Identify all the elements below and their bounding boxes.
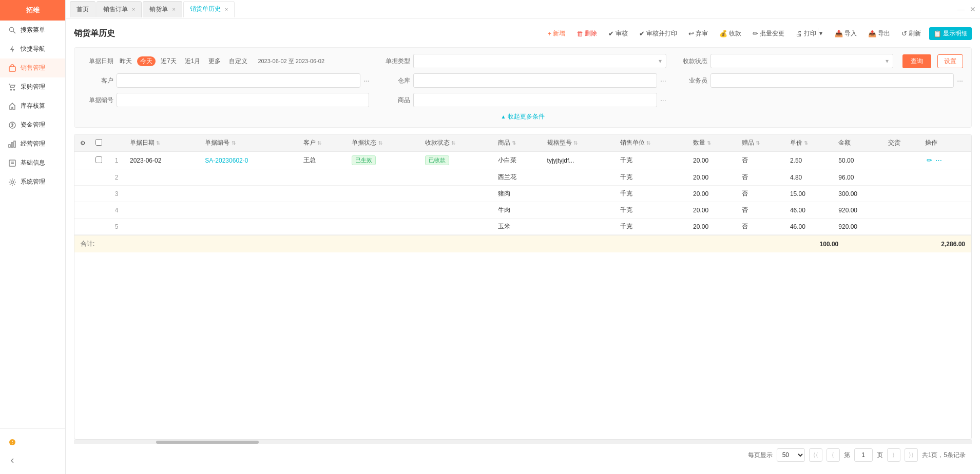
warehouse-picker[interactable]: ··· bbox=[660, 76, 666, 85]
collect-button[interactable]: 💰 收款 bbox=[716, 28, 744, 40]
col-quantity[interactable]: 数量 ⇅ bbox=[690, 134, 738, 152]
col-pay-status[interactable]: 收款状态 ⇅ bbox=[422, 134, 495, 152]
first-page-button[interactable]: ⟨⟨ bbox=[809, 448, 822, 462]
col-gift[interactable]: 赠品 ⇅ bbox=[739, 134, 787, 152]
show-detail-button[interactable]: 📋 显示明细 bbox=[929, 27, 972, 40]
sidebar-item-sales-mgmt[interactable]: 销售管理 bbox=[0, 58, 65, 77]
sidebar-item-operations[interactable]: 经营管理 bbox=[0, 134, 65, 153]
row-checkbox[interactable] bbox=[91, 219, 106, 235]
customer-input[interactable] bbox=[117, 73, 360, 88]
next-page-button[interactable]: ⟩ bbox=[887, 448, 900, 462]
warehouse-input[interactable] bbox=[413, 73, 657, 88]
row-checkbox[interactable] bbox=[91, 169, 106, 186]
review-button[interactable]: ✔ 审核 bbox=[605, 28, 631, 40]
row-checkbox[interactable] bbox=[91, 202, 106, 219]
tab-home[interactable]: 首页 bbox=[70, 1, 95, 17]
shortcut-more[interactable]: 更多 bbox=[205, 56, 224, 66]
product-input[interactable] bbox=[413, 93, 657, 107]
col-gear[interactable]: ⚙ bbox=[74, 134, 91, 152]
sidebar-item-label: 快捷导航 bbox=[21, 45, 45, 53]
svg-marker-2 bbox=[10, 46, 14, 53]
per-page-select[interactable]: 50 100 200 bbox=[777, 448, 805, 462]
shortcut-yesterday[interactable]: 昨天 bbox=[117, 56, 135, 66]
doc-num-input[interactable] bbox=[117, 93, 369, 107]
table-row: 5玉米千克20.00否46.00920.00 bbox=[74, 219, 971, 235]
row-doc-num[interactable]: SA-20230602-0 bbox=[202, 152, 300, 169]
col-product[interactable]: 商品 ⇅ bbox=[495, 134, 544, 152]
last-page-button[interactable]: ⟩⟩ bbox=[905, 448, 918, 462]
customer-picker[interactable]: ··· bbox=[363, 76, 370, 85]
tab-sales-delivery[interactable]: 销货单 × bbox=[143, 1, 182, 17]
col-sales-unit[interactable]: 销售单位 ⇅ bbox=[617, 134, 690, 152]
col-unit-price[interactable]: 单价 ⇅ bbox=[787, 134, 835, 152]
more-action-btn[interactable]: ⋯ bbox=[934, 156, 944, 164]
sidebar-item-label: 基础信息 bbox=[21, 159, 45, 167]
batch-change-button[interactable]: ✏ 批量变更 bbox=[750, 28, 787, 40]
shortcut-1month[interactable]: 近1月 bbox=[182, 56, 204, 66]
prev-page-button[interactable]: ⟨ bbox=[827, 448, 840, 462]
sidebar-item-purchase-mgmt[interactable]: 采购管理 bbox=[0, 77, 65, 96]
row-doc-status bbox=[349, 202, 421, 219]
tab-close-sales-history[interactable]: × bbox=[225, 6, 228, 12]
row-doc-num[interactable] bbox=[202, 186, 300, 202]
col-spec[interactable]: 规格型号 ⇅ bbox=[544, 134, 617, 152]
delete-button[interactable]: 🗑 删除 bbox=[573, 28, 600, 40]
select-all-checkbox[interactable] bbox=[95, 139, 102, 146]
salesperson-input[interactable] bbox=[710, 73, 954, 88]
tab-close-sales-delivery[interactable]: × bbox=[172, 6, 175, 12]
col-doc-num[interactable]: 单据编号 ⇅ bbox=[202, 134, 300, 152]
horizontal-scrollbar[interactable] bbox=[74, 440, 972, 444]
review-print-button[interactable]: ✔ 审核并打印 bbox=[636, 28, 680, 40]
tab-close-sales-order[interactable]: × bbox=[132, 6, 135, 12]
edit-action-btn[interactable]: ✏ bbox=[925, 156, 934, 164]
sidebar-item-label: 资金管理 bbox=[21, 121, 45, 129]
tab-sales-order[interactable]: 销售订单 × bbox=[97, 1, 142, 17]
sidebar-item-inventory[interactable]: 库存核算 bbox=[0, 96, 65, 115]
tab-sales-history[interactable]: 销货单历史 × bbox=[183, 1, 235, 17]
row-doc-num[interactable] bbox=[202, 202, 300, 219]
sidebar-item-quick-nav[interactable]: 快捷导航 bbox=[0, 40, 65, 58]
row-doc-num[interactable] bbox=[202, 219, 300, 235]
type-select[interactable]: ▾ bbox=[413, 54, 666, 68]
salesperson-picker[interactable]: ··· bbox=[957, 76, 963, 85]
print-button[interactable]: 🖨 打印 ▾ bbox=[793, 27, 827, 40]
sidebar-item-finance[interactable]: 资金管理 bbox=[0, 115, 65, 134]
abandon-button[interactable]: ↩ 弃审 bbox=[685, 28, 711, 40]
row-checkbox[interactable] bbox=[91, 152, 106, 169]
shortcut-today[interactable]: 今天 bbox=[137, 56, 156, 66]
col-customer[interactable]: 客户 ⇅ bbox=[300, 134, 349, 152]
sidebar-bottom-collapse[interactable] bbox=[0, 451, 65, 470]
shortcut-7days[interactable]: 近7天 bbox=[158, 56, 180, 66]
payment-select[interactable]: ▾ bbox=[710, 54, 893, 68]
row-spec bbox=[544, 219, 617, 235]
print-arrow-icon[interactable]: ▾ bbox=[818, 28, 823, 38]
svg-point-4 bbox=[11, 89, 12, 90]
row-gear bbox=[74, 169, 91, 186]
shortcut-custom[interactable]: 自定义 bbox=[226, 56, 251, 66]
col-doc-status[interactable]: 单据状态 ⇅ bbox=[349, 134, 421, 152]
row-customer bbox=[300, 219, 349, 235]
product-picker[interactable]: ··· bbox=[660, 96, 666, 104]
sidebar-item-sys-mgmt[interactable]: 系统管理 bbox=[0, 172, 65, 191]
footer-total-amount: 2,286.00 bbox=[941, 241, 965, 248]
refresh-button[interactable]: ↺ 刷新 bbox=[898, 28, 924, 40]
import-button[interactable]: 📥 导入 bbox=[832, 28, 860, 40]
col-date[interactable]: 单据日期 ⇅ bbox=[127, 134, 202, 152]
page-number-input[interactable] bbox=[854, 448, 873, 462]
sidebar-item-base-info[interactable]: 基础信息 bbox=[0, 153, 65, 172]
sidebar-bottom-settings[interactable] bbox=[0, 433, 65, 451]
new-button[interactable]: + 新增 bbox=[544, 28, 568, 40]
setting-button[interactable]: 设置 bbox=[937, 54, 963, 68]
tab-close-all-icon[interactable]: ✕ bbox=[970, 5, 976, 13]
sidebar-item-search-menu[interactable]: 搜索菜单 bbox=[0, 21, 65, 40]
row-checkbox[interactable] bbox=[91, 186, 106, 202]
collapse-row[interactable]: ▲ 收起更多条件 bbox=[83, 112, 963, 121]
row-pay-status bbox=[422, 186, 495, 202]
tab-minimize-icon[interactable]: — bbox=[957, 5, 965, 13]
row-doc-num[interactable] bbox=[202, 169, 300, 186]
export-button[interactable]: 📤 导出 bbox=[865, 28, 893, 40]
col-checkbox[interactable] bbox=[91, 134, 106, 152]
scroll-thumb[interactable] bbox=[156, 441, 259, 444]
svg-point-5 bbox=[14, 89, 15, 90]
query-button[interactable]: 查询 bbox=[902, 54, 931, 68]
